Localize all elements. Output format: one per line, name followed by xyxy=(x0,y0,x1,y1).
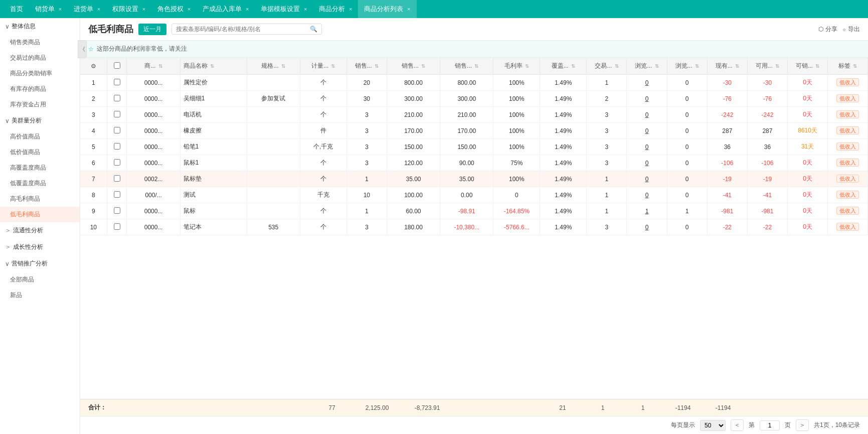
filter-button[interactable]: 近一月 xyxy=(138,24,166,35)
th-browse1[interactable]: 浏览... ⇅ xyxy=(627,58,667,75)
sidebar-group-overall[interactable]: ∨ 整体信息 xyxy=(0,18,80,35)
row-check[interactable] xyxy=(107,187,127,203)
sidebar-item-high-margin[interactable]: 高毛利商品 xyxy=(0,191,80,207)
th-sales-price[interactable]: 销售... ⇅ xyxy=(387,58,440,75)
sidebar-item-new-goods[interactable]: 新品 xyxy=(0,287,80,303)
row-price2: -98.91 xyxy=(440,203,493,219)
th-sales-qty[interactable]: 销售... ⇅ xyxy=(346,58,387,75)
sidebar-item-capital[interactable]: 库存资金占用 xyxy=(0,97,80,112)
nav-role[interactable]: 角色授权 × xyxy=(151,0,197,18)
sidebar-item-high-coverage[interactable]: 高覆盖度商品 xyxy=(0,160,80,176)
row-checkbox[interactable] xyxy=(114,79,120,85)
row-checkbox[interactable] xyxy=(114,191,120,198)
th-spec[interactable]: 规格... ⇅ xyxy=(247,58,300,75)
sidebar-group-circulation[interactable]: ＞ 流通性分析 xyxy=(0,222,80,239)
sidebar-item-all-goods[interactable]: 全部商品 xyxy=(0,272,80,287)
settings-icon[interactable]: ⚙ xyxy=(91,63,96,70)
th-unit[interactable]: 计量... ⇅ xyxy=(300,58,346,75)
sidebar-item-low-coverage[interactable]: 低覆盖度商品 xyxy=(0,176,80,191)
prev-page-button[interactable]: ＜ xyxy=(731,419,744,431)
share-button[interactable]: ⬡ 分享 xyxy=(818,25,837,34)
th-trade[interactable]: 交易... ⇅ xyxy=(587,58,627,75)
nav-sales[interactable]: 销货单 × xyxy=(29,0,68,18)
th-name[interactable]: 商品名称 ⇅ xyxy=(180,58,247,75)
row-checkbox[interactable] xyxy=(114,95,120,101)
nav-product-inbound[interactable]: 产成品入库单 × xyxy=(197,0,255,18)
row-check[interactable] xyxy=(107,91,127,107)
close-icon[interactable]: × xyxy=(407,6,410,12)
row-checkbox[interactable] xyxy=(114,207,120,214)
search-input[interactable] xyxy=(176,26,310,33)
row-check[interactable] xyxy=(107,107,127,123)
row-checkbox[interactable] xyxy=(114,223,120,230)
page-number-input[interactable] xyxy=(760,420,780,430)
select-all-checkbox[interactable] xyxy=(114,62,120,69)
close-icon[interactable]: × xyxy=(59,6,62,12)
row-check[interactable] xyxy=(107,75,127,91)
sidebar-item-category-rate[interactable]: 商品分类助销率 xyxy=(0,66,80,81)
row-check[interactable] xyxy=(107,171,127,187)
close-icon[interactable]: × xyxy=(304,6,307,12)
row-browse1[interactable]: 1 xyxy=(627,203,667,219)
th-saleable[interactable]: 可销... ⇅ xyxy=(788,58,828,75)
close-icon[interactable]: × xyxy=(97,6,100,12)
nav-template[interactable]: 单据模板设置 × xyxy=(255,0,313,18)
th-tag[interactable]: 标签 ⇅ xyxy=(828,58,868,75)
sidebar-item-in-stock[interactable]: 有库存的商品 xyxy=(0,81,80,97)
row-checkbox[interactable] xyxy=(114,127,120,133)
row-browse1[interactable]: 0 xyxy=(627,187,667,203)
chevron-down-icon: ∨ xyxy=(5,117,10,124)
row-check[interactable] xyxy=(107,219,127,235)
row-browse1[interactable]: 0 xyxy=(627,155,667,171)
sidebar-item-high-value[interactable]: 高价值商品 xyxy=(0,129,80,144)
row-browse1[interactable]: 0 xyxy=(627,107,667,123)
row-check[interactable] xyxy=(107,123,127,139)
row-trade: 3 xyxy=(587,139,627,155)
th-sales-amount[interactable]: 销售... ⇅ xyxy=(440,58,493,75)
page-size-select[interactable]: 50 100 200 xyxy=(700,420,726,431)
sidebar-item-low-margin[interactable]: 低毛利商品 xyxy=(0,207,80,222)
sidebar-collapse-button[interactable]: 《 xyxy=(78,40,87,58)
sidebar-item-traded-goods[interactable]: 交易过的商品 xyxy=(0,50,80,66)
row-browse1[interactable]: 0 xyxy=(627,91,667,107)
next-page-button[interactable]: ＞ xyxy=(796,419,809,431)
close-icon[interactable]: × xyxy=(246,6,249,12)
th-avail[interactable]: 可用... ⇅ xyxy=(747,58,787,75)
close-icon[interactable]: × xyxy=(188,6,191,12)
nav-permission[interactable]: 权限设置 × xyxy=(106,0,151,18)
export-button[interactable]: ⬦ 导出 xyxy=(842,25,860,34)
th-coverage[interactable]: 覆盖... ⇅ xyxy=(540,58,587,75)
row-qty: 3 xyxy=(346,139,387,155)
row-checkbox[interactable] xyxy=(114,159,120,166)
th-browse2[interactable]: 浏览... ⇅ xyxy=(667,58,707,75)
sidebar-group-marketing[interactable]: ∨ 营销推广分析 xyxy=(0,255,80,272)
th-check[interactable] xyxy=(107,58,127,75)
th-gross-rate[interactable]: 毛利率 ⇅ xyxy=(493,58,540,75)
search-icon[interactable]: 🔍 xyxy=(310,26,317,33)
sidebar-item-sales-goods[interactable]: 销售类商品 xyxy=(0,35,80,50)
sidebar-group-growth[interactable]: ＞ 成长性分析 xyxy=(0,239,80,255)
sidebar-group-beauty[interactable]: ∨ 美群量分析 xyxy=(0,112,80,129)
close-icon[interactable]: × xyxy=(142,6,145,12)
row-checkbox[interactable] xyxy=(114,175,120,182)
row-checkbox[interactable] xyxy=(114,143,120,150)
row-checkbox[interactable] xyxy=(114,111,120,117)
row-browse1[interactable]: 0 xyxy=(627,219,667,235)
th-code[interactable]: 商... ⇅ xyxy=(127,58,180,75)
nav-product-analysis-list[interactable]: 商品分析列表 × xyxy=(358,0,416,18)
row-code: 0000... xyxy=(127,219,180,235)
row-browse1[interactable]: 0 xyxy=(627,171,667,187)
row-browse1[interactable]: 0 xyxy=(627,123,667,139)
sidebar-item-low-value[interactable]: 低价值商品 xyxy=(0,144,80,160)
close-icon[interactable]: × xyxy=(349,6,352,12)
row-check[interactable] xyxy=(107,139,127,155)
row-check[interactable] xyxy=(107,203,127,219)
row-check[interactable] xyxy=(107,155,127,171)
nav-product-analysis[interactable]: 商品分析 × xyxy=(313,0,358,18)
row-browse1[interactable]: 0 xyxy=(627,75,667,91)
nav-home[interactable]: 首页 xyxy=(4,0,29,18)
sidebar-group-label: 营销推广分析 xyxy=(12,259,48,268)
nav-purchase[interactable]: 进货单 × xyxy=(68,0,106,18)
row-browse1[interactable]: 0 xyxy=(627,139,667,155)
th-stock[interactable]: 现有... ⇅ xyxy=(707,58,747,75)
